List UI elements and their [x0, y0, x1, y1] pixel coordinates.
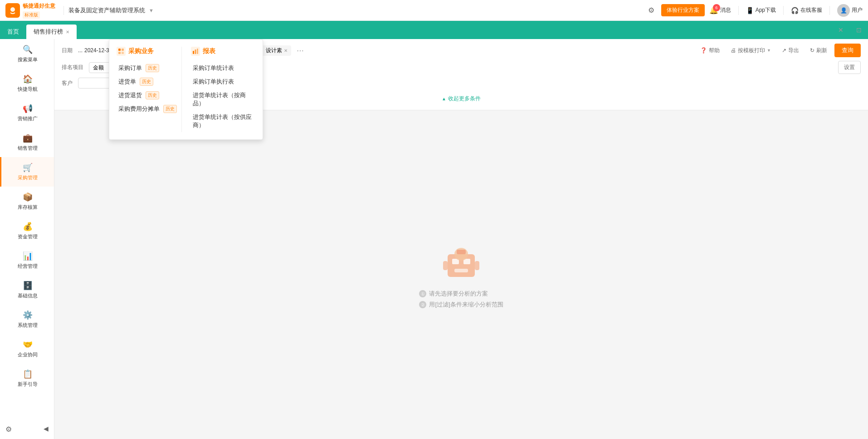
- refresh-label: 刷新: [816, 47, 827, 54]
- sep4: [829, 6, 830, 15]
- sidebar-item-guide[interactable]: 📋 新手引导: [0, 364, 54, 393]
- goods-tag: 设计素 ✕: [262, 45, 291, 56]
- purchase-icon: 🛒: [23, 163, 33, 173]
- user-item[interactable]: 👤 用户: [837, 4, 863, 17]
- sidebar-item-system[interactable]: ⚙️ 系统管理: [0, 305, 54, 334]
- sidebar-item-marketing[interactable]: 📢 营销推广: [0, 98, 54, 128]
- online-service-item[interactable]: 🎧 在线客服: [791, 6, 822, 14]
- maximize-window-icon[interactable]: ⊡: [850, 21, 868, 39]
- logo-text: 畅捷通好生意 标准版: [23, 2, 55, 19]
- dropdown-item-purchase-return[interactable]: 进货退货 历史: [117, 89, 181, 102]
- svg-rect-10: [122, 49, 124, 51]
- headset-icon: 🎧: [791, 7, 799, 14]
- sales-icon: 💼: [23, 133, 33, 143]
- sidebar-collapse-icon[interactable]: ◀: [44, 425, 49, 434]
- main-layout: 🔍 搜索菜单 🏠 快捷导航 📢 营销推广 💼 销售管理 🛒 采购管理 📦 库存核…: [0, 39, 868, 439]
- dropdown-item-report-1[interactable]: 采购订单统计表: [191, 61, 256, 75]
- dropdown-item-label-report-4: 进货单统计表（按供应商）: [193, 113, 254, 129]
- purchase-section-title: 采购业务: [117, 47, 181, 56]
- print-dropdown-icon[interactable]: ▼: [767, 48, 771, 53]
- history-badge-3: 历史: [146, 91, 159, 99]
- sidebar-item-inventory[interactable]: 📦 库存核算: [0, 187, 54, 216]
- finance-icon: 💰: [23, 222, 33, 232]
- help-btn[interactable]: ❓ 帮助: [697, 45, 723, 56]
- sidebar-label-operation: 经营管理: [18, 263, 38, 270]
- industry-btn[interactable]: 体验行业方案: [661, 4, 705, 16]
- dropdown-arrow-icon[interactable]: ▼: [149, 8, 154, 13]
- dropdown-menu[interactable]: 采购业务 采购订单 历史 进货单 历史 进货退货 历史: [109, 39, 263, 140]
- username-label: 用户: [852, 6, 863, 14]
- empty-illustration: [434, 241, 488, 286]
- svg-rect-5: [443, 261, 448, 270]
- tab-sales-ranking-label: 销售排行榜: [34, 28, 63, 36]
- hint1-text: 请先选择要分析的方案: [429, 290, 488, 298]
- app-download-label: App下载: [756, 6, 776, 14]
- export-btn[interactable]: ↗ 导出: [778, 45, 803, 56]
- cooperation-icon: 🤝: [23, 340, 33, 350]
- sidebar: 🔍 搜索菜单 🏠 快捷导航 📢 营销推广 💼 销售管理 🛒 采购管理 📦 库存核…: [0, 39, 54, 439]
- dropdown-item-report-2[interactable]: 采购订单执行表: [191, 75, 256, 89]
- sidebar-settings-icon[interactable]: ⚙: [5, 425, 12, 434]
- sidebar-item-operation[interactable]: 📊 经营管理: [0, 246, 54, 275]
- sidebar-item-search[interactable]: 🔍 搜索菜单: [0, 39, 54, 69]
- sidebar-bottom: ⚙ ◀: [0, 419, 54, 439]
- phone-icon: 📱: [746, 7, 754, 14]
- sep3: [783, 6, 784, 15]
- dropdown-item-report-3[interactable]: 进货单统计表（按商品）: [191, 89, 256, 110]
- sidebar-item-quicknav[interactable]: 🏠 快捷导航: [0, 69, 54, 98]
- svg-rect-12: [122, 52, 124, 54]
- sidebar-item-basicinfo[interactable]: 🗄️ 基础信息: [0, 275, 54, 305]
- user-avatar: 👤: [837, 4, 850, 17]
- sidebar-item-finance[interactable]: 💰 资金管理: [0, 216, 54, 246]
- export-label: 导出: [788, 47, 799, 54]
- refresh-icon: ↻: [810, 47, 814, 54]
- tab-bar: 首页 销售排行榜 ✕ ✕ ⊡: [0, 21, 868, 39]
- inventory-icon: 📦: [23, 192, 33, 202]
- sidebar-label-system: 系统管理: [18, 322, 38, 329]
- operation-icon: 📊: [23, 251, 33, 261]
- tab-home[interactable]: 首页: [0, 25, 26, 39]
- sidebar-item-sales[interactable]: 💼 销售管理: [0, 128, 54, 157]
- dropdown-item-purchase-expense[interactable]: 采购费用分摊单 历史: [117, 102, 181, 116]
- purchase-section-icon: [117, 47, 126, 56]
- app-download-item[interactable]: 📱 App下载: [746, 6, 776, 14]
- sidebar-label-basicinfo: 基础信息: [18, 292, 38, 299]
- query-btn[interactable]: 查询: [834, 44, 861, 57]
- header-right: 🔔 6 消息 📱 App下载 🎧 在线客服 👤 用户: [709, 4, 863, 17]
- sidebar-label-cooperation: 企业协同: [18, 351, 38, 358]
- settings-small-btn[interactable]: 设置: [838, 61, 861, 74]
- dropdown-item-label-report-2: 采购订单执行表: [193, 78, 234, 86]
- history-badge-1: 历史: [146, 64, 159, 72]
- print-btn[interactable]: 🖨 按模板打印 ▼: [727, 45, 775, 56]
- print-icon: 🖨: [731, 47, 736, 54]
- sidebar-label-quicknav: 快捷导航: [18, 86, 38, 93]
- guide-icon: 📋: [23, 369, 33, 379]
- purchase-section-label: 采购业务: [128, 47, 154, 55]
- sidebar-item-cooperation[interactable]: 🤝 企业协同: [0, 334, 54, 364]
- history-badge-2: 历史: [140, 78, 153, 86]
- close-window-icon[interactable]: ✕: [832, 21, 850, 39]
- dropdown-item-purchase-receipt[interactable]: 进货单 历史: [117, 75, 181, 89]
- goods-tag-close[interactable]: ✕: [284, 48, 288, 53]
- goods-dots[interactable]: ⋯: [297, 46, 304, 55]
- collapse-label: 收起更多条件: [448, 95, 481, 103]
- sidebar-item-purchase[interactable]: 🛒 采购管理: [0, 157, 54, 187]
- basicinfo-icon: 🗄️: [23, 281, 33, 291]
- tab-sales-ranking[interactable]: 销售排行榜 ✕: [26, 25, 77, 39]
- dropdown-item-label-purchase-return: 进货退货: [118, 91, 142, 99]
- hint2-icon: ②: [419, 301, 426, 308]
- settings-icon[interactable]: ⚙: [646, 5, 657, 16]
- notification-item[interactable]: 🔔 6 消息: [709, 6, 731, 15]
- tab-close-icon[interactable]: ✕: [66, 30, 69, 35]
- svg-rect-4: [454, 269, 468, 272]
- dropdown-item-purchase-order[interactable]: 采购订单 历史: [117, 61, 181, 75]
- sidebar-label-guide: 新手引导: [18, 381, 38, 388]
- svg-rect-14: [195, 49, 196, 54]
- dropdown-item-report-4[interactable]: 进货单统计表（按供应商）: [191, 110, 256, 132]
- content-area: 日期 ... 2024-12-31 7天 更多 自定义 单据状态 ⋯ 商品: [54, 39, 868, 439]
- refresh-btn[interactable]: ↻ 刷新: [806, 45, 831, 56]
- online-service-label: 在线客服: [800, 6, 822, 14]
- svg-rect-15: [197, 49, 198, 54]
- collapse-up-icon: ▲: [442, 96, 446, 101]
- notification-badge: 6: [713, 4, 720, 11]
